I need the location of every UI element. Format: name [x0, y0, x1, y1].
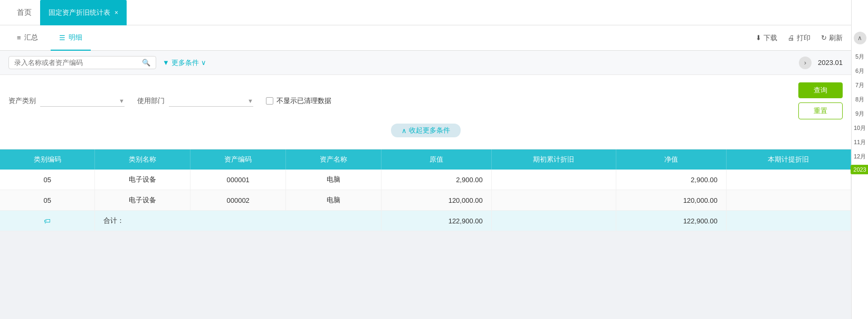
total-original-value: 122,900.00 — [381, 211, 492, 231]
expand-panel-button[interactable]: › — [799, 57, 812, 69]
data-table: 类别编码 类别名称 资产编码 资产名称 原值 期初累计折旧 净值 本期计提折旧 … — [0, 149, 851, 231]
print-button[interactable]: 🖨 打印 — [788, 33, 810, 43]
cell-asset-name: 电脑 — [286, 190, 381, 211]
right-sidebar: ∧ 5月 6月 7月 8月 9月 10月 11月 12月 2023 — [851, 0, 868, 319]
checkbox-box — [266, 97, 273, 105]
department-filter: 使用部门 ▼ — [137, 96, 253, 107]
cell-net-value: 2,900.00 — [616, 170, 726, 190]
hide-cleared-label: 不显示已清理数据 — [276, 96, 331, 106]
col-current-depreciation: 本期计提折旧 — [726, 149, 851, 170]
cell-original-value: 2,900.00 — [381, 170, 492, 190]
month-6[interactable]: 6月 — [855, 65, 864, 77]
table-total-row: 🏷 合计： 122,900.00 122,900.00 — [0, 211, 851, 231]
month-12[interactable]: 12月 — [854, 151, 866, 163]
refresh-button[interactable]: ↻ 刷新 — [821, 33, 843, 43]
department-select[interactable]: ▼ — [169, 96, 253, 107]
total-label: 合计： — [95, 211, 381, 231]
chevron-down-icon: ∨ — [201, 59, 206, 67]
chevron-up-icon: ∧ — [402, 127, 407, 135]
asset-type-label: 资产类别 — [8, 96, 36, 106]
col-accumulated-depreciation: 期初累计折旧 — [491, 149, 616, 170]
col-category-code: 类别编码 — [0, 149, 95, 170]
download-icon: ⬇ — [756, 34, 761, 42]
month-5[interactable]: 5月 — [855, 51, 864, 63]
cell-asset-code: 000002 — [190, 190, 286, 211]
download-button[interactable]: ⬇ 下载 — [756, 33, 777, 43]
asset-type-arrow-icon: ▼ — [119, 98, 125, 104]
col-original-value: 原值 — [381, 149, 492, 170]
col-asset-code: 资产编码 — [190, 149, 286, 170]
year-2023[interactable]: 2023 — [851, 165, 868, 174]
toolbar-actions: ⬇ 下载 🖨 打印 ↻ 刷新 — [756, 33, 843, 43]
refresh-label: 刷新 — [829, 33, 843, 43]
close-tab-icon[interactable]: × — [115, 9, 118, 16]
month-8[interactable]: 8月 — [855, 93, 864, 106]
refresh-icon: ↻ — [821, 34, 827, 42]
detail-icon: ☰ — [59, 34, 65, 42]
summary-label: 汇总 — [24, 33, 38, 42]
cell-category-code: 05 — [0, 190, 95, 211]
asset-type-filter: 资产类别 ▼ — [8, 96, 125, 107]
download-label: 下载 — [764, 33, 777, 43]
total-icon: 🏷 — [0, 211, 95, 231]
department-label: 使用部门 — [137, 96, 165, 106]
data-table-wrap: 类别编码 类别名称 资产编码 资产名称 原值 期初累计折旧 净值 本期计提折旧 … — [0, 149, 851, 231]
department-arrow-icon: ▼ — [247, 98, 253, 104]
tab-label: 固定资产折旧统计表 — [49, 8, 110, 17]
month-11[interactable]: 11月 — [854, 136, 866, 148]
search-input-wrap: 🔍 — [8, 56, 156, 69]
fixed-assets-tab[interactable]: 固定资产折旧统计表 × — [40, 0, 127, 25]
scroll-up-button[interactable]: ∧ — [854, 32, 866, 44]
detail-label: 明细 — [69, 33, 82, 42]
tab-detail[interactable]: ☰ 明细 — [51, 25, 91, 51]
collapse-more-conditions-button[interactable]: ∧ 收起更多条件 — [391, 124, 461, 137]
cell-net-value: 120,000.00 — [616, 190, 726, 211]
collapse-label: 收起更多条件 — [409, 126, 450, 135]
total-current-depreciation — [726, 211, 851, 231]
print-label: 打印 — [797, 33, 810, 43]
filter-action-buttons: 查询 重置 — [798, 82, 843, 119]
cell-asset-name: 电脑 — [286, 170, 381, 190]
table-header-row: 类别编码 类别名称 资产编码 资产名称 原值 期初累计折旧 净值 本期计提折旧 — [0, 149, 851, 170]
more-conditions-button[interactable]: ▼ 更多条件 ∨ — [163, 58, 206, 68]
col-net-value: 净值 — [616, 149, 726, 170]
cell-category-name: 电子设备 — [95, 170, 190, 190]
total-accumulated-depreciation — [491, 211, 616, 231]
print-icon: 🖨 — [788, 34, 795, 42]
search-icon: 🔍 — [142, 59, 150, 67]
more-conditions-label: 更多条件 — [171, 58, 199, 68]
query-button[interactable]: 查询 — [798, 82, 843, 98]
cell-accumulated-depreciation — [491, 170, 616, 190]
col-asset-name: 资产名称 — [286, 149, 381, 170]
filter-icon: ▼ — [163, 59, 169, 67]
cell-original-value: 120,000.00 — [381, 190, 492, 211]
cell-accumulated-depreciation — [491, 190, 616, 211]
filter-area: 资产类别 ▼ 使用部门 ▼ 不显示已清理数据 — [0, 75, 851, 149]
cell-current-depreciation — [726, 190, 851, 211]
cell-asset-code: 000001 — [190, 170, 286, 190]
reset-button[interactable]: 重置 — [798, 102, 843, 119]
summary-icon: ≡ — [17, 34, 21, 42]
tab-summary[interactable]: ≡ 汇总 — [8, 25, 46, 51]
col-category-name: 类别名称 — [95, 149, 190, 170]
month-10[interactable]: 10月 — [854, 122, 866, 134]
period-label: 2023.01 — [818, 59, 843, 67]
month-9[interactable]: 9月 — [855, 108, 864, 120]
total-net-value: 122,900.00 — [616, 211, 726, 231]
table-row: 05 电子设备 000002 电脑 120,000.00 120,000.00 — [0, 190, 851, 211]
search-input[interactable] — [14, 59, 138, 67]
cell-category-code: 05 — [0, 170, 95, 190]
sub-tab-bar: ≡ 汇总 ☰ 明细 ⬇ 下载 🖨 打印 ↻ 刷新 — [0, 25, 851, 51]
home-nav[interactable]: 首页 — [8, 8, 40, 17]
search-bar: 🔍 ▼ 更多条件 ∨ › 2023.01 — [0, 51, 851, 75]
cell-current-depreciation — [726, 170, 851, 190]
asset-type-select[interactable]: ▼ — [40, 96, 125, 107]
month-7[interactable]: 7月 — [855, 79, 864, 91]
table-row: 05 电子设备 000001 电脑 2,900.00 2,900.00 — [0, 170, 851, 190]
cell-category-name: 电子设备 — [95, 190, 190, 211]
hide-cleared-checkbox[interactable]: 不显示已清理数据 — [266, 96, 331, 106]
collapse-button-wrap: ∧ 收起更多条件 — [8, 119, 843, 142]
